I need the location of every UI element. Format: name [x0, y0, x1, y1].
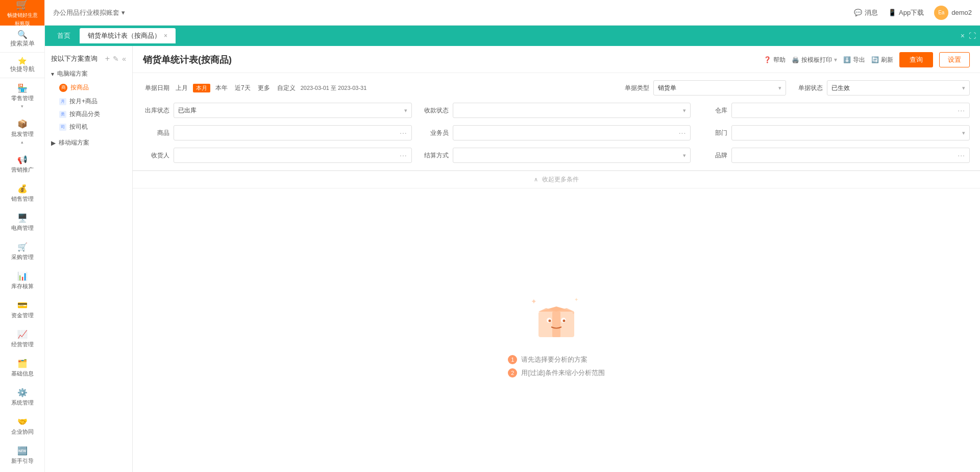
sidebar-item-app-center[interactable]: 🧩 应用中心	[0, 470, 44, 472]
type-control[interactable]: 销货单 ▾	[653, 80, 786, 96]
sidebar-item-purchase[interactable]: 🛒 采购管理	[0, 237, 44, 266]
status-label: 单据状态	[796, 84, 827, 92]
sidebar-item-system[interactable]: ⚙️ 系统管理	[0, 383, 44, 412]
app-logo[interactable]: 🛒 畅捷销好生意 标账版	[0, 0, 44, 26]
sidebar-item-operations[interactable]: 📈 经营管理	[0, 324, 44, 353]
date-7-btn[interactable]: 近7天	[233, 83, 253, 93]
sidebar-item-retail[interactable]: 🏪 零售管理 ▾	[0, 78, 44, 114]
help-button[interactable]: ❓ 帮助	[764, 56, 786, 64]
sidebar: 🛒 畅捷销好生意 标账版 🔍 搜索菜单 ⭐ 快捷导航 🏪 零售管理 ▾ 📦 批发…	[0, 0, 45, 472]
system-icon: ⚙️	[17, 388, 28, 397]
tab-sales-stat[interactable]: 销货单统计表（按商品） ×	[80, 28, 176, 43]
edit-scheme-button[interactable]: ✎	[113, 55, 119, 63]
filter-payment-status: 收款状态 ▾	[422, 103, 691, 118]
tab-home[interactable]: 首页	[49, 28, 79, 43]
sidebar-item-basic[interactable]: 🗂️ 基础信息	[0, 353, 44, 383]
filter-row-3: 商品 ··· 业务员 ···	[143, 125, 970, 140]
sidebar-item-finance[interactable]: 💳 资金管理	[0, 295, 44, 324]
filter-dept: 部门 ▾	[701, 125, 970, 140]
svg-text:✦: ✦	[572, 311, 575, 315]
payment-control[interactable]: ▾	[453, 103, 691, 118]
scheme-group-desktop-title[interactable]: ▾ 电脑端方案	[45, 67, 132, 80]
avatar: Ea	[934, 6, 948, 20]
settings-button[interactable]: 设置	[939, 52, 970, 67]
scheme-group-mobile[interactable]: ▶ 移动端方案	[45, 136, 132, 149]
page-header: 销货单统计表(按商品) ❓ 帮助 🖨️ 按模板打印 ▾ ⬇️ 导出	[133, 46, 980, 73]
scheme-item-by-product[interactable]: 商 按商品	[45, 80, 132, 95]
date-control[interactable]: 上月 本月 本年 近7天 更多 自定义 2023-03-01 至 2023-03…	[174, 80, 612, 96]
collapse-label: 收起更多条件	[542, 176, 579, 183]
recipient-control[interactable]: ···	[174, 148, 412, 163]
brand-control[interactable]: ···	[731, 148, 970, 163]
collapse-panel-button[interactable]: «	[122, 55, 126, 63]
scheme-item-by-month-product[interactable]: 月 按月+商品	[45, 95, 132, 108]
date-year-btn[interactable]: 本年	[213, 83, 230, 93]
content-area: 按以下方案查询 + ✎ « ▾ 电脑端方案 商 按商品 月 按月	[45, 46, 980, 472]
date-prev-btn[interactable]: 上月	[174, 83, 190, 93]
finance-icon: 💳	[17, 300, 28, 310]
sidebar-item-wholesale[interactable]: 📦 批发管理 ▴	[0, 114, 44, 150]
dept-dropdown-icon[interactable]: ▾	[962, 130, 965, 136]
stock-dropdown-icon[interactable]: ▾	[404, 107, 407, 114]
sidebar-item-enterprise[interactable]: 🤝 企业协同	[0, 412, 44, 441]
scheme-item-by-category[interactable]: 类 按商品分类	[45, 108, 132, 121]
salesman-control[interactable]: ···	[453, 125, 691, 140]
product-control[interactable]: ···	[174, 125, 412, 140]
sidebar-item-inventory[interactable]: 📊 库存核算	[0, 266, 44, 295]
payment-method-control[interactable]: ▾	[453, 148, 691, 163]
warehouse-more-icon[interactable]: ···	[958, 106, 965, 114]
tab-close-icon[interactable]: ×	[164, 32, 167, 39]
date-cur-btn[interactable]: 本月	[193, 84, 210, 92]
topbar: 办公用品行业模拟账套 ▾ 💬 消息 📱 App下载 Ea demo2	[45, 0, 980, 26]
status-control[interactable]: 已生效 ▾	[827, 80, 970, 96]
tip-2-text: 用[过滤]条件来缩小分析范围	[521, 368, 604, 377]
sidebar-item-ecommerce[interactable]: 🖥️ 电商管理	[0, 208, 44, 237]
filter-salesman: 业务员 ···	[422, 125, 691, 140]
stock-control[interactable]: 已出库 ▾	[174, 103, 412, 118]
filter-type: 单据类型 销货单 ▾	[623, 80, 786, 96]
date-custom-btn[interactable]: 自定义	[275, 83, 298, 93]
dept-control[interactable]: ▾	[731, 125, 970, 140]
tab-close-window[interactable]: ×	[961, 32, 965, 40]
msg-button[interactable]: 💬 消息	[854, 8, 878, 17]
filter-date: 单据日期 上月 本月 本年 近7天 更多 自定义 2023-03-01 至 20…	[143, 80, 612, 96]
payment-method-dropdown-icon[interactable]: ▾	[683, 152, 686, 159]
breadcrumb-arrow: ▾	[121, 9, 125, 16]
sidebar-item-quick[interactable]: ⭐ 快捷导航	[0, 53, 44, 78]
print-button[interactable]: 🖨️ 按模板打印 ▾	[792, 56, 837, 64]
tab-maximize-icon[interactable]: ⛶	[969, 32, 976, 40]
type-dropdown-icon[interactable]: ▾	[778, 85, 781, 91]
query-button[interactable]: 查询	[899, 52, 933, 67]
recipient-label: 收货人	[143, 151, 174, 160]
app-download-button[interactable]: 📱 App下载	[888, 8, 924, 17]
empty-tips: 1 请先选择要分析的方案 2 用[过滤]条件来缩小分析范围	[508, 355, 604, 377]
status-dropdown-icon[interactable]: ▾	[962, 85, 965, 91]
sidebar-item-search[interactable]: 🔍 搜索菜单	[0, 26, 44, 53]
salesman-more-icon[interactable]: ···	[679, 129, 687, 137]
recipient-more-icon[interactable]: ···	[400, 151, 407, 159]
scheme-by-category-label: 按商品分类	[69, 110, 100, 119]
scheme-item-by-driver[interactable]: 司 按司机	[45, 121, 132, 133]
main-area: 办公用品行业模拟账套 ▾ 💬 消息 📱 App下载 Ea demo2 首页	[45, 0, 980, 472]
add-scheme-button[interactable]: +	[105, 54, 110, 63]
sidebar-item-marketing[interactable]: 📢 营销推广	[0, 150, 44, 179]
refresh-button[interactable]: 🔄 刷新	[871, 56, 893, 64]
scheme-active-icon: 商	[59, 84, 67, 92]
sidebar-item-guide[interactable]: 🆕 新手引导	[0, 441, 44, 470]
brand-more-icon[interactable]: ···	[958, 151, 965, 159]
inventory-icon: 📊	[17, 271, 28, 281]
empty-illustration: ✦ ✦ ✦	[526, 284, 587, 345]
breadcrumb[interactable]: 办公用品行业模拟账套 ▾	[53, 8, 125, 17]
brand-label: 品牌	[701, 151, 731, 160]
print-arrow: ▾	[834, 56, 837, 63]
msg-label: 消息	[865, 8, 878, 17]
sidebar-item-sales[interactable]: 💰 销售管理	[0, 179, 44, 208]
date-more-btn[interactable]: 更多	[256, 83, 272, 93]
operations-icon: 📈	[17, 329, 28, 339]
warehouse-control[interactable]: ···	[731, 103, 970, 118]
product-more-icon[interactable]: ···	[400, 129, 407, 137]
payment-dropdown-icon[interactable]: ▾	[683, 107, 686, 114]
collapse-bar[interactable]: ∧ 收起更多条件	[133, 171, 980, 188]
export-button[interactable]: ⬇️ 导出	[843, 56, 865, 64]
user-menu[interactable]: Ea demo2	[934, 6, 972, 20]
